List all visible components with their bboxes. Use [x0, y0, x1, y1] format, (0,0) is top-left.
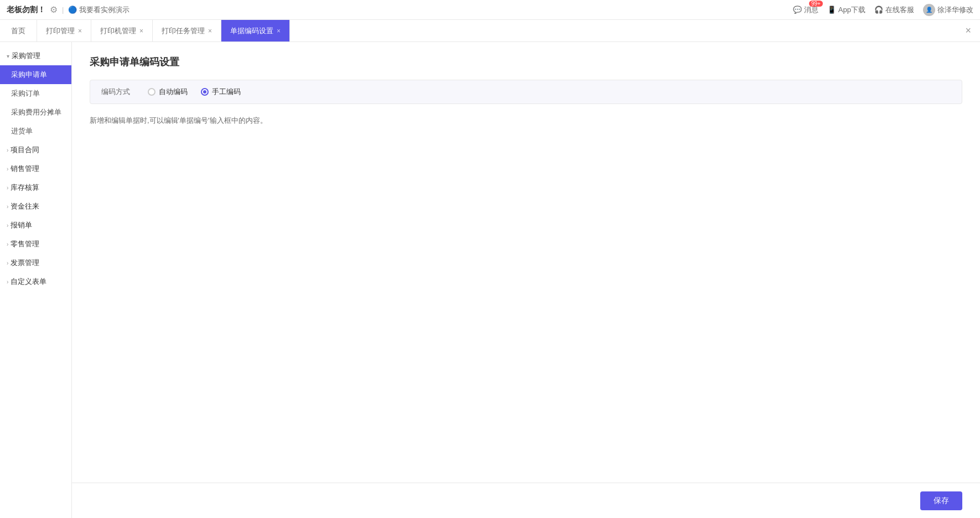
tab-print-task[interactable]: 打印任务管理 ×	[153, 20, 221, 42]
manual-code-label: 手工编码	[212, 87, 241, 97]
sidebar-group-project-label: 项目合同	[11, 145, 39, 155]
tab-printer-mgmt[interactable]: 打印机管理 ×	[91, 20, 153, 42]
user-info[interactable]: 👤 徐泽华修改	[923, 4, 973, 16]
sidebar-group-custom-label: 自定义表单	[11, 277, 46, 287]
sidebar-group-returns[interactable]: › 报销单	[0, 216, 71, 235]
sidebar-group-custom[interactable]: › 自定义表单	[0, 272, 71, 291]
tab-barcode-setting-label: 单据编码设置	[230, 26, 273, 36]
sidebar-item-purchase-order[interactable]: 采购订单	[0, 84, 71, 103]
divider: |	[62, 6, 64, 14]
sidebar-group-purchase-label: 采购管理	[12, 51, 40, 61]
sidebar-group-invoice-label: 发票管理	[11, 258, 39, 268]
online-service-btn[interactable]: 🎧 在线客服	[874, 5, 914, 15]
sidebar: ▾ 采购管理 采购申请单 采购订单 采购费用分摊单 进货单 › 项目合同 › 销…	[0, 42, 72, 518]
chevron-right-icon: ›	[7, 260, 8, 266]
tab-print-task-close[interactable]: ×	[208, 27, 212, 35]
settings-icon[interactable]: ⚙	[50, 4, 58, 15]
headset-icon: 🎧	[874, 6, 883, 14]
coding-method-row: 编码方式 自动编码 手工编码	[90, 80, 962, 104]
manual-code-radio[interactable]	[201, 88, 209, 96]
top-bar: 老板勿割！ ⚙ | 🔵 我要看实例演示 💬 消息 99+ 📱 App下载 🎧 在…	[0, 0, 980, 20]
app-download-btn[interactable]: 📱 App下载	[827, 5, 865, 15]
tab-home-label: 首页	[11, 26, 25, 36]
sidebar-group-inventory[interactable]: › 库存核算	[0, 178, 71, 197]
app-icon: 📱	[827, 6, 836, 14]
top-bar-right: 💬 消息 99+ 📱 App下载 🎧 在线客服 👤 徐泽华修改	[793, 4, 973, 16]
sidebar-item-arrive-label: 进货单	[11, 127, 33, 135]
sidebar-group-project[interactable]: › 项目合同	[0, 141, 71, 159]
coding-method-label: 编码方式	[101, 87, 130, 97]
sidebar-item-purchase-request-label: 采购申请单	[11, 70, 47, 79]
sidebar-group-sales[interactable]: › 销售管理	[0, 159, 71, 178]
tab-print-mgmt-close[interactable]: ×	[78, 27, 82, 35]
sidebar-item-arrive[interactable]: 进货单	[0, 122, 71, 141]
message-icon: 💬	[793, 6, 802, 14]
sidebar-group-capital-label: 资金往来	[11, 201, 39, 211]
chevron-right-icon: ›	[7, 204, 8, 210]
main-layout: ▾ 采购管理 采购申请单 采购订单 采购费用分摊单 进货单 › 项目合同 › 销…	[0, 42, 980, 518]
auto-code-label: 自动编码	[159, 87, 188, 97]
logo-text: 老板勿割！	[7, 5, 45, 15]
tab-print-mgmt[interactable]: 打印管理 ×	[37, 20, 91, 42]
description-text: 新增和编辑单据时,可以编辑'单据编号'输入框中的内容。	[90, 115, 962, 127]
sidebar-group-retail-label: 零售管理	[11, 239, 39, 249]
sidebar-item-purchase-expense[interactable]: 采购费用分摊单	[0, 103, 71, 122]
auto-code-option[interactable]: 自动编码	[148, 87, 188, 97]
sidebar-item-purchase-order-label: 采购订单	[11, 89, 40, 97]
tab-home[interactable]: 首页	[0, 20, 37, 42]
sidebar-group-invoice[interactable]: › 发票管理	[0, 253, 71, 272]
page-close-btn[interactable]: ×	[965, 25, 980, 37]
sidebar-group-purchase-title[interactable]: ▾ 采购管理	[0, 46, 71, 65]
messages-badge: 99+	[809, 1, 823, 7]
manual-code-option[interactable]: 手工编码	[201, 87, 241, 97]
sidebar-group-retail[interactable]: › 零售管理	[0, 235, 71, 253]
user-name: 徐泽华修改	[937, 5, 973, 15]
sidebar-group-inventory-label: 库存核算	[11, 183, 39, 193]
top-bar-left: 老板勿割！ ⚙ | 🔵 我要看实例演示	[7, 4, 129, 15]
chevron-right-icon: ›	[7, 185, 8, 191]
tab-printer-mgmt-close[interactable]: ×	[139, 27, 143, 35]
footer-bar: 保存	[72, 483, 980, 518]
chevron-right-icon: ›	[7, 279, 8, 285]
chevron-right-icon: ›	[7, 147, 8, 153]
content-area: 采购申请单编码设置 编码方式 自动编码 手工编码 新增和编辑单据时,可以编辑'单…	[72, 42, 980, 518]
tab-print-mgmt-label: 打印管理	[46, 26, 75, 36]
tab-print-task-label: 打印任务管理	[162, 26, 205, 36]
demo-link[interactable]: 🔵 我要看实例演示	[68, 5, 129, 15]
content-inner: 采购申请单编码设置 编码方式 自动编码 手工编码 新增和编辑单据时,可以编辑'单…	[72, 42, 980, 483]
app-download-label: App下载	[838, 5, 865, 15]
save-button[interactable]: 保存	[920, 491, 962, 510]
sidebar-item-purchase-expense-label: 采购费用分摊单	[11, 108, 61, 116]
page-title: 采购申请单编码设置	[90, 55, 962, 69]
sidebar-group-purchase: ▾ 采购管理 采购申请单 采购订单 采购费用分摊单 进货单	[0, 46, 71, 141]
sidebar-group-capital[interactable]: › 资金往来	[0, 197, 71, 216]
avatar: 👤	[923, 4, 935, 16]
chevron-down-icon: ▾	[7, 53, 9, 59]
sidebar-group-sales-label: 销售管理	[11, 164, 39, 174]
messages-btn[interactable]: 💬 消息 99+	[793, 5, 818, 15]
tab-barcode-setting-close[interactable]: ×	[277, 27, 281, 35]
tab-barcode-setting[interactable]: 单据编码设置 ×	[221, 20, 290, 42]
online-service-label: 在线客服	[885, 5, 914, 15]
chevron-right-icon: ›	[7, 222, 8, 229]
sidebar-item-purchase-request[interactable]: 采购申请单	[0, 65, 71, 84]
sidebar-group-returns-label: 报销单	[11, 220, 32, 230]
tab-bar: 首页 打印管理 × 打印机管理 × 打印任务管理 × 单据编码设置 × ×	[0, 20, 980, 42]
chevron-right-icon: ›	[7, 166, 8, 172]
chevron-right-icon: ›	[7, 241, 8, 247]
auto-code-radio[interactable]	[148, 88, 155, 96]
tab-printer-mgmt-label: 打印机管理	[100, 26, 136, 36]
